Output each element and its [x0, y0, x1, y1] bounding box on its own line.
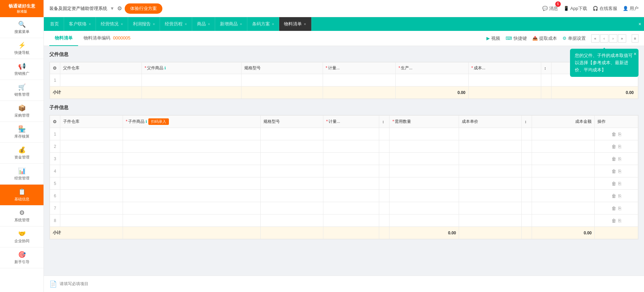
close-icon[interactable]: ×: [272, 22, 274, 26]
sidebar-item-system[interactable]: ⚙ 系统管理: [0, 206, 44, 226]
online-service-item[interactable]: 🎧 在线客服: [593, 5, 617, 12]
copy-icon[interactable]: ⎘: [618, 168, 621, 174]
menu-btn[interactable]: ≡: [632, 34, 639, 43]
close-icon[interactable]: ×: [185, 22, 187, 26]
trial-button[interactable]: 体验行业方案: [125, 3, 162, 14]
child-cell-product[interactable]: [123, 165, 261, 177]
close-icon[interactable]: ×: [208, 22, 210, 26]
child-cell-unit-price[interactable]: [459, 214, 522, 227]
child-cell-spec[interactable]: [260, 140, 323, 153]
child-cell-product[interactable]: [123, 202, 261, 214]
child-cell-unit-price[interactable]: [459, 140, 522, 153]
child-cell-unit[interactable]: [323, 128, 379, 140]
user-item[interactable]: 👤 用户: [623, 5, 639, 12]
nav-tab-operations[interactable]: 经营情况 ×: [96, 17, 128, 31]
delete-icon[interactable]: 🗑: [611, 131, 616, 137]
child-cell-product[interactable]: [123, 190, 261, 202]
child-cell-unit[interactable]: [323, 165, 379, 177]
parent-cell-warehouse[interactable]: [60, 74, 142, 86]
child-cell-unit[interactable]: [323, 202, 379, 214]
child-cell-warehouse[interactable]: [60, 165, 123, 177]
nav-tab-customer[interactable]: 客户联络 ×: [64, 17, 96, 31]
sidebar-item-inventory[interactable]: 🏪 库存核算: [0, 122, 44, 143]
sidebar-item-purchase[interactable]: 📦 采购管理: [0, 101, 44, 122]
view-btn[interactable]: ▶ 视频: [486, 35, 500, 42]
close-icon[interactable]: ×: [121, 22, 123, 26]
delete-icon[interactable]: 🗑: [611, 206, 616, 211]
sidebar-item-enterprise[interactable]: 🤝 企业协同: [0, 226, 44, 247]
delete-icon[interactable]: 🗑: [611, 156, 616, 162]
copy-icon[interactable]: ⎘: [618, 206, 621, 211]
child-cell-unit-price[interactable]: [459, 202, 522, 214]
child-cell-qty[interactable]: [389, 153, 459, 165]
app-download-item[interactable]: 📱 App下载: [564, 5, 587, 12]
child-cell-unit[interactable]: [323, 153, 379, 165]
copy-icon[interactable]: ⎘: [618, 144, 621, 149]
copy-icon[interactable]: ⎘: [618, 181, 621, 186]
sidebar-item-operations[interactable]: 📊 经营管理: [0, 164, 44, 185]
copy-icon[interactable]: ⎘: [618, 156, 621, 162]
delete-icon[interactable]: 🗑: [611, 193, 616, 199]
child-cell-spec[interactable]: [260, 153, 323, 165]
child-cell-cost-amount[interactable]: [532, 165, 595, 177]
child-cell-qty[interactable]: [389, 128, 459, 140]
tooltip-close[interactable]: ×: [634, 50, 636, 58]
child-cell-qty[interactable]: [389, 140, 459, 153]
child-cell-product[interactable]: [123, 177, 261, 190]
extract-cost-btn[interactable]: 📤 提取成本: [532, 35, 557, 42]
child-cell-unit-price[interactable]: [459, 165, 522, 177]
next-btn[interactable]: ›: [609, 34, 617, 43]
parent-cell-production[interactable]: [396, 74, 469, 86]
child-cell-product[interactable]: [123, 214, 261, 227]
child-cell-qty[interactable]: [389, 177, 459, 190]
sidebar-item-search[interactable]: 🔍 搜索菜单: [0, 17, 44, 38]
sidebar-item-finance[interactable]: 💰 资金管理: [0, 143, 44, 164]
parent-col-settings[interactable]: ⚙: [50, 62, 60, 74]
nav-tab-home[interactable]: 首页: [45, 17, 64, 31]
message-item[interactable]: 💬 6 消息: [542, 5, 558, 12]
child-cell-qty[interactable]: [389, 202, 459, 214]
child-cell-warehouse[interactable]: [60, 202, 123, 214]
delete-icon[interactable]: 🗑: [611, 144, 616, 149]
shortcut-btn[interactable]: ⌨ 快捷键: [506, 35, 527, 42]
child-cell-warehouse[interactable]: [60, 153, 123, 165]
child-cell-qty[interactable]: [389, 190, 459, 202]
child-cell-warehouse[interactable]: [60, 140, 123, 153]
settings-icon[interactable]: ⚙: [117, 5, 122, 12]
nav-tab-history[interactable]: 经营历程 ×: [160, 17, 192, 31]
sidebar-item-quicknav[interactable]: ⚡ 快捷导航: [0, 38, 44, 59]
sidebar-item-guide[interactable]: 🎯 新手引导: [0, 247, 44, 268]
system-title-dropdown[interactable]: ▼: [110, 6, 114, 11]
child-cell-spec[interactable]: [260, 128, 323, 140]
child-cell-cost-amount[interactable]: [532, 140, 595, 153]
child-cell-unit-price[interactable]: [459, 190, 522, 202]
nav-close-all-button[interactable]: ×: [637, 21, 643, 27]
child-cell-warehouse[interactable]: [60, 214, 123, 227]
child-cell-spec[interactable]: [260, 190, 323, 202]
child-cell-unit-price[interactable]: [459, 177, 522, 190]
child-cell-qty[interactable]: [389, 214, 459, 227]
child-cell-unit-price[interactable]: [459, 128, 522, 140]
copy-icon[interactable]: ⎘: [618, 131, 621, 137]
sub-tab-bom[interactable]: 物料清单: [49, 31, 78, 46]
delete-icon[interactable]: 🗑: [611, 168, 616, 174]
close-icon[interactable]: ×: [304, 22, 306, 26]
child-cell-unit[interactable]: [323, 140, 379, 153]
close-icon[interactable]: ×: [153, 22, 155, 26]
nav-tab-barcode[interactable]: 条码方案 ×: [247, 17, 279, 31]
child-cell-cost-amount[interactable]: [532, 190, 595, 202]
child-col-settings[interactable]: ⚙: [50, 116, 60, 128]
nav-tab-goods[interactable]: 商品 ×: [192, 17, 215, 31]
child-cell-cost-amount[interactable]: [532, 202, 595, 214]
child-cell-cost-amount[interactable]: [532, 153, 595, 165]
nav-tab-add-goods[interactable]: 新增商品 ×: [215, 17, 247, 31]
delete-icon[interactable]: 🗑: [611, 181, 616, 186]
close-icon[interactable]: ×: [240, 22, 242, 26]
child-cell-unit[interactable]: [323, 214, 379, 227]
child-cell-product[interactable]: [123, 153, 261, 165]
parent-cell-unit[interactable]: [323, 74, 396, 86]
child-cell-cost-amount[interactable]: [532, 214, 595, 227]
sidebar-item-sales[interactable]: 🛒 销售管理: [0, 80, 44, 101]
child-cell-unit[interactable]: [323, 190, 379, 202]
sidebar-item-marketing[interactable]: 📢 营销推广: [0, 59, 44, 80]
